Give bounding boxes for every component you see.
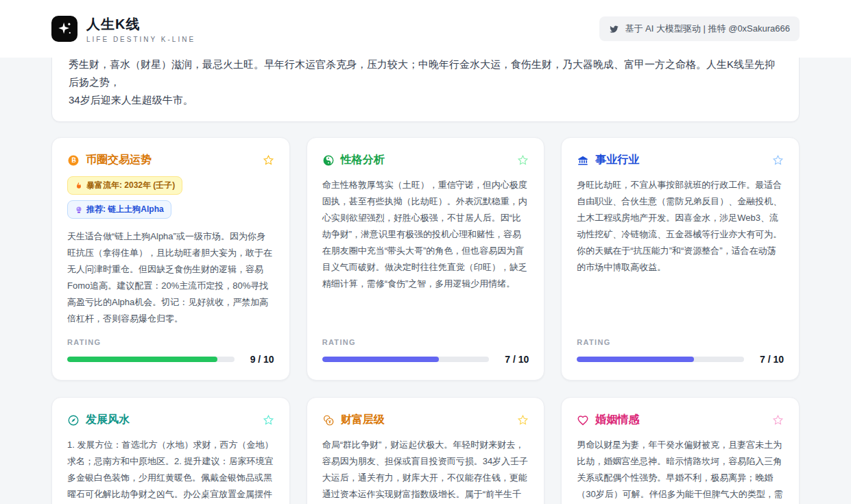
rating-section: RATING 7 / 10 — [322, 338, 529, 365]
card-body-text: 命局“群比争财”，财运起伏极大。年轻时财来财去，容易因为朋友、担保或盲目投资而亏… — [322, 437, 529, 504]
twitter-badge[interactable]: 基于 AI 大模型驱动 | 推特 @0xSakura666 — [599, 16, 800, 41]
star-icon[interactable] — [772, 414, 784, 426]
rating-label: RATING — [322, 338, 529, 346]
compass-icon — [67, 414, 80, 427]
card-crypto: 币圈交易运势 暴富流年: 2032年 (壬子) 推荐: 链上土狗Alpha 天生… — [51, 137, 290, 381]
card-body-text: 1. 发展方位：首选北方（水地）求财，西方（金地）求名；忌南方和中原地区。2. … — [67, 437, 274, 504]
heart-icon — [577, 414, 589, 427]
fire-icon — [75, 182, 83, 190]
wealth-year-badge-label: 暴富流年: 2032年 (壬子) — [86, 180, 175, 191]
rating-bar-track — [67, 357, 235, 362]
coins-icon — [322, 414, 335, 427]
summary-line-2: 34岁后迎来人生超级牛市。 — [69, 94, 193, 106]
logo — [51, 16, 77, 42]
card-body-text: 男命以财星为妻，年干癸水偏财被克，且妻宫未土为比劫，婚姻宫坐忌神。暗示情路坎坷，… — [577, 437, 784, 504]
rating-label: RATING — [67, 338, 274, 346]
rating-label: RATING — [577, 338, 784, 346]
summary-line-1: 秀生财，喜水（财星）滋润，最忌火土旺。早年行木运官杀克身，压力较大；中晚年行金水… — [69, 58, 775, 88]
crystal-ball-icon — [75, 206, 83, 214]
header: 人生K线 LIFE DESTINY K-LINE 基于 AI 大模型驱动 | 推… — [0, 0, 851, 58]
card-body-text: 天生适合做“链上土狗Alpha”或一级市场。因为你身旺抗压（拿得住单），且比劫旺… — [67, 228, 274, 327]
star-icon[interactable] — [517, 154, 529, 166]
card-body-text: 命主性格敦厚笃实（土旺），重信守诺，但内心极度固执，甚至有些执拗（比劫旺）。外表… — [322, 177, 529, 292]
card-fengshui: 发展风水 1. 发展方位：首选北方（水地）求财，西方（金地）求名；忌南方和中原地… — [51, 397, 290, 504]
card-title: 性格分析 — [341, 153, 512, 167]
bitcoin-icon — [67, 154, 80, 167]
star-icon[interactable] — [517, 414, 529, 426]
card-title: 发展风水 — [86, 413, 256, 427]
brand: 人生K线 LIFE DESTINY K-LINE — [51, 15, 195, 43]
badge-row: 暴富流年: 2032年 (壬子) 推荐: 链上土狗Alpha — [67, 176, 274, 219]
twitter-badge-label: 基于 AI 大模型驱动 | 推特 @0xSakura666 — [625, 23, 790, 35]
twitter-bird-icon — [609, 24, 619, 34]
rating-bar-track — [577, 357, 744, 362]
rating-score: 7 / 10 — [499, 354, 529, 365]
app-title: 人生K线 — [86, 15, 195, 34]
card-career: 事业行业 身旺比劫旺，不宜从事按部就班的行政工作。最适合自由职业、合伙生意（需防… — [561, 137, 800, 381]
bank-icon — [577, 154, 589, 167]
card-title: 币圈交易运势 — [86, 153, 256, 167]
card-personality: 性格分析 命主性格敦厚笃实（土旺），重信守诺，但内心极度固执，甚至有些执拗（比劫… — [307, 137, 545, 381]
star-icon[interactable] — [263, 414, 274, 426]
wealth-year-badge: 暴富流年: 2032年 (壬子) — [67, 176, 182, 195]
card-title: 婚姻情感 — [595, 413, 766, 427]
star-icon[interactable] — [263, 154, 274, 166]
card-wealth: 财富层级 命局“群比争财”，财运起伏极大。年轻时财来财去，容易因为朋友、担保或盲… — [307, 397, 545, 504]
card-marriage: 婚姻情感 男命以财星为妻，年干癸水偏财被克，且妻宫未土为比劫，婚姻宫坐忌神。暗示… — [561, 397, 800, 504]
rating-score: 7 / 10 — [754, 354, 784, 365]
sparkle-logo-icon — [57, 21, 72, 36]
recommend-badge: 推荐: 链上土狗Alpha — [67, 200, 171, 219]
rating-bar-fill — [67, 357, 217, 362]
rating-bar-fill — [577, 357, 694, 362]
star-icon[interactable] — [772, 154, 784, 166]
app-subtitle: LIFE DESTINY K-LINE — [86, 36, 195, 43]
card-body-text: 身旺比劫旺，不宜从事按部就班的行政工作。最适合自由职业、合伙生意（需防兄弟反目）… — [577, 177, 784, 276]
card-grid: 币圈交易运势 暴富流年: 2032年 (壬子) 推荐: 链上土狗Alpha 天生… — [51, 137, 800, 504]
rating-section: RATING 7 / 10 — [577, 338, 784, 365]
card-title: 财富层级 — [341, 413, 512, 427]
recommend-badge-label: 推荐: 链上土狗Alpha — [86, 204, 164, 215]
rating-section: RATING 9 / 10 — [67, 338, 274, 365]
rating-bar-fill — [322, 357, 440, 362]
yin-yang-icon — [322, 154, 335, 167]
main-content: 秀生财，喜水（财星）滋润，最忌火土旺。早年行木运官杀克身，压力较大；中晚年行金水… — [51, 27, 800, 504]
rating-score: 9 / 10 — [244, 354, 274, 365]
summary-text: 秀生财，喜水（财星）滋润，最忌火土旺。早年行木运官杀克身，压力较大；中晚年行金水… — [69, 56, 782, 109]
brand-text: 人生K线 LIFE DESTINY K-LINE — [86, 15, 195, 43]
rating-bar-track — [322, 357, 490, 362]
card-title: 事业行业 — [595, 153, 766, 167]
